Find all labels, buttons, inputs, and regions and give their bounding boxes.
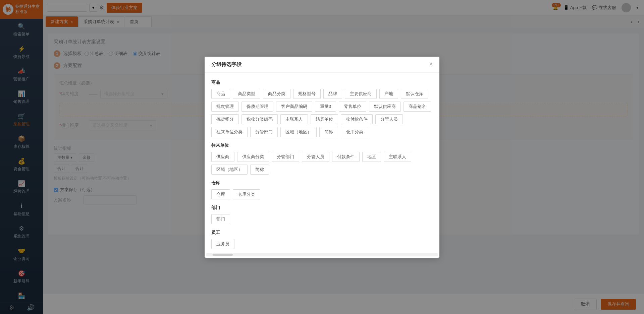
field-tag[interactable]: 批次管理	[211, 102, 239, 112]
field-tags-partner: 供应商供应商分类分管部门分管人员付款条件地区主联系人区域（地区）简称	[211, 152, 433, 175]
field-group-employee: 员工业务员	[211, 230, 433, 249]
field-group-warehouse: 仓库仓库仓库分类	[211, 180, 433, 199]
field-tag[interactable]: 分管人员	[375, 114, 403, 124]
field-tag[interactable]: 主要供应商	[345, 89, 377, 99]
modal-overlay: 分组待选字段 × 商品商品商品类型商品分类规格型号品牌主要供应商产地默认仓库批次…	[0, 0, 644, 314]
field-tag[interactable]: 区域（地区）	[280, 127, 317, 137]
field-tag[interactable]: 仓库分类	[341, 127, 368, 137]
field-group-title-warehouse: 仓库	[211, 180, 433, 186]
field-tag[interactable]: 商品类型	[233, 89, 260, 99]
field-group-title-department: 部门	[211, 205, 433, 211]
field-tag[interactable]: 主联系人	[280, 114, 308, 124]
field-tag[interactable]: 仓库分类	[233, 189, 260, 199]
modal-scroll-track[interactable]	[206, 253, 438, 256]
field-tag[interactable]: 业务员	[211, 239, 234, 249]
field-tag[interactable]: 分管人员	[302, 152, 329, 162]
field-tag[interactable]: 保质期管理	[241, 102, 273, 112]
field-tag[interactable]: 商品别名	[404, 102, 431, 112]
field-tags-department: 部门	[211, 214, 433, 224]
field-tag[interactable]: 拣货积分	[211, 114, 239, 124]
field-tag[interactable]: 供应商	[211, 152, 234, 162]
field-tag[interactable]: 税收分类编码	[241, 114, 278, 124]
field-tag[interactable]: 重量3	[315, 102, 336, 112]
field-tag[interactable]: 默认供应商	[369, 102, 401, 112]
field-tag[interactable]: 部门	[211, 214, 230, 224]
field-group-title-goods: 商品	[211, 79, 433, 85]
field-group-department: 部门部门	[211, 205, 433, 224]
field-tag[interactable]: 主联系人	[384, 152, 411, 162]
field-tag[interactable]: 产地	[379, 89, 398, 99]
field-group-goods: 商品商品商品类型商品分类规格型号品牌主要供应商产地默认仓库批次管理保质期管理客户…	[211, 79, 433, 137]
modal-body: 商品商品商品类型商品分类规格型号品牌主要供应商产地默认仓库批次管理保质期管理客户…	[205, 73, 439, 253]
field-tag[interactable]: 分管部门	[250, 127, 278, 137]
modal-scroll-thumb	[213, 254, 233, 256]
field-select-modal: 分组待选字段 × 商品商品商品类型商品分类规格型号品牌主要供应商产地默认仓库批次…	[205, 57, 439, 258]
field-tags-goods: 商品商品类型商品分类规格型号品牌主要供应商产地默认仓库批次管理保质期管理客户商品…	[211, 89, 433, 137]
field-tag[interactable]: 区域（地区）	[211, 165, 248, 175]
field-group-title-partner: 往来单位	[211, 142, 433, 148]
field-group-partner: 往来单位供应商供应商分类分管部门分管人员付款条件地区主联系人区域（地区）简称	[211, 142, 433, 175]
modal-title: 分组待选字段	[211, 61, 241, 68]
field-tags-employee: 业务员	[211, 239, 433, 249]
field-tag[interactable]: 往来单位分类	[211, 127, 248, 137]
field-tag[interactable]: 分管部门	[272, 152, 299, 162]
field-tag[interactable]: 收付款条件	[341, 114, 373, 124]
field-tag[interactable]: 品牌	[323, 89, 342, 99]
field-tag[interactable]: 供应商分类	[237, 152, 269, 162]
field-tag[interactable]: 规格型号	[293, 89, 321, 99]
field-group-title-employee: 员工	[211, 230, 433, 236]
modal-close-button[interactable]: ×	[429, 61, 433, 67]
field-tag[interactable]: 简称	[319, 127, 338, 137]
field-tag[interactable]: 商品分类	[263, 89, 290, 99]
field-tag[interactable]: 仓库	[211, 189, 230, 199]
field-tag[interactable]: 付款条件	[332, 152, 360, 162]
field-tag[interactable]: 简称	[250, 165, 269, 175]
field-tag[interactable]: 零售单位	[339, 102, 366, 112]
modal-header: 分组待选字段 ×	[205, 57, 439, 73]
field-tag[interactable]: 默认仓库	[401, 89, 428, 99]
field-tags-warehouse: 仓库仓库分类	[211, 189, 433, 199]
field-tag[interactable]: 结算单位	[311, 114, 338, 124]
field-tag[interactable]: 商品	[211, 89, 230, 99]
field-tag[interactable]: 地区	[362, 152, 381, 162]
field-tag[interactable]: 客户商品编码	[276, 102, 312, 112]
